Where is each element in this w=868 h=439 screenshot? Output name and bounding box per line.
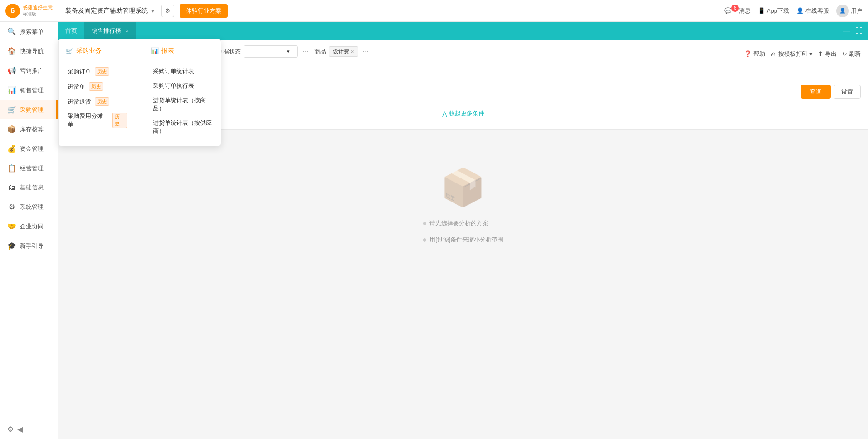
print-icon: 🖨 [770,50,776,57]
history-badge-return[interactable]: 历史 [95,97,109,106]
refresh-icon: ↻ [842,50,847,57]
notification-button[interactable]: 💬 6 消息 [724,7,751,15]
menu-item-inbound-by-supplier[interactable]: 进货单统计表（按供应商） [151,116,214,138]
sidebar-item-label: 采购管理 [20,106,44,114]
sidebar-item-basic-info[interactable]: 🗂 基础信息 [0,178,58,197]
handshake-icon: 🤝 [7,222,16,231]
menu-item-purchase-order[interactable]: 采购订单 历史 [66,64,129,79]
report-icon: 📊 [151,47,159,54]
doc-status-select[interactable]: ▾ [244,45,298,58]
sidebar-item-label: 营销推广 [20,67,44,75]
sidebar-item-inventory[interactable]: 📦 库存核算 [0,119,58,139]
toolbar-right: ❓ 帮助 🖨 按模板打印 ▾ ⬆ 导出 [744,50,861,58]
empty-state: 📦 ● 请先选择要分析的方案 ● 用[过滤]条件来缩小分析范围 [58,130,868,283]
message-icon: 💬 [724,7,731,14]
export-button[interactable]: ⬆ 导出 [818,50,837,58]
settings-gear-button[interactable]: ⚙ [161,5,174,17]
folder-icon: 🗂 [7,183,16,192]
app-download-button[interactable]: 📱 App下载 [758,7,789,15]
online-service-button[interactable]: 👤 在线客服 [796,7,829,15]
sidebar-item-label: 快捷导航 [20,47,44,55]
print-dropdown-icon[interactable]: ▾ [809,50,813,57]
logo-area: 6 畅捷通好生意 标准版 [5,4,63,18]
purchase-business-icon: 🛒 [66,47,73,54]
sidebar-item-label: 资金管理 [20,145,44,153]
sidebar-item-enterprise[interactable]: 🤝 企业协同 [0,217,58,236]
sidebar-settings-button[interactable]: ⚙ [7,425,14,434]
menu-item-expense[interactable]: 采购费用分摊单 历史 [66,109,129,132]
goods-more[interactable]: ··· [363,48,369,56]
purchase-business-title: 🛒 采购业务 [66,47,129,59]
sidebar: 🔍 搜索菜单 🏠 快捷导航 📢 营销推广 📊 销售管理 🛒 采购管理 📦 [0,22,58,439]
sidebar-item-label: 新手引导 [20,242,44,250]
sidebar-item-search[interactable]: 🔍 搜索菜单 [0,22,58,41]
megaphone-icon: 📢 [7,66,16,75]
set-button[interactable]: 设置 [834,85,861,99]
query-button[interactable]: 查询 [801,85,831,99]
sidebar-item-label: 企业协同 [20,222,44,231]
industry-button[interactable]: 体验行业方案 [180,4,228,18]
tab-sales-ranking[interactable]: 销售排行榜 × [84,22,136,40]
logo-text: 畅捷通好生意 [23,4,53,10]
sidebar-item-label: 系统管理 [20,203,44,211]
service-icon: 👤 [796,7,804,14]
purchase-report-title: 📊 报表 [151,47,214,59]
help-button[interactable]: ❓ 帮助 [744,50,765,58]
menu-divider [140,47,140,138]
user-menu-button[interactable]: 👤 用户 [836,5,863,17]
collapse-icon: ⋀ [442,110,447,117]
print-button[interactable]: 🖨 按模板打印 ▾ [770,50,813,58]
sidebar-item-finance[interactable]: 💰 资金管理 [0,139,58,158]
tab-home[interactable]: 首页 [58,22,84,40]
sidebar-item-label: 经营管理 [20,164,44,173]
sidebar-item-operations[interactable]: 📋 经营管理 [0,158,58,178]
sidebar-item-label: 基础信息 [20,183,44,192]
logo-text-area: 畅捷通好生意 标准版 [23,4,53,17]
sidebar-item-quick-nav[interactable]: 🏠 快捷导航 [0,41,58,61]
menu-item-inbound-by-goods[interactable]: 进货单统计表（按商品） [151,93,214,116]
chart-icon: 📊 [7,86,16,94]
doc-status-more[interactable]: ··· [302,48,308,56]
purchase-report-column: 📊 报表 采购订单统计表 采购订单执行表 进货单统计表（按商品） 进货单统计表（… [151,47,214,138]
window-maximize-button[interactable]: ⛶ [853,25,864,37]
export-icon: ⬆ [818,50,823,57]
refresh-button[interactable]: ↻ 刷新 [842,50,861,58]
user-avatar: 👤 [836,5,849,17]
history-badge-expense[interactable]: 历史 [112,113,127,128]
sidebar-item-sales[interactable]: 📊 销售管理 [0,80,58,100]
goods-label: 商品 [314,48,326,56]
gear-icon: ⚙ [7,202,16,211]
home-icon: 🏠 [7,47,16,55]
window-minimize-button[interactable]: — [841,25,852,37]
sidebar-item-label: 库存核算 [20,125,44,133]
system-dropdown-arrow[interactable]: ▾ [151,8,154,14]
system-title-text: 装备及固定资产辅助管理系统 [65,7,148,15]
menu-item-return[interactable]: 进货退货 历史 [66,94,129,109]
sidebar-item-guide[interactable]: 🎓 新手引导 [0,236,58,256]
sidebar-item-marketing[interactable]: 📢 营销推广 [0,61,58,80]
tab-bar: 首页 销售排行榜 × — ⛶ [58,22,868,40]
sidebar-bottom: ⚙ ◀ [0,419,58,439]
sidebar-item-purchase[interactable]: 🛒 采购管理 [0,100,58,119]
top-bar: 6 畅捷通好生意 标准版 装备及固定资产辅助管理系统 ▾ ⚙ 体验行业方案 💬 … [0,0,868,22]
menu-item-order-exec[interactable]: 采购订单执行表 [151,79,214,93]
sidebar-collapse-button[interactable]: ◀ [17,425,23,434]
menu-item-order-stats[interactable]: 采购订单统计表 [151,64,214,79]
goods-tag-close[interactable]: × [351,49,354,55]
chevron-down-icon: ▾ [287,48,290,55]
sidebar-item-system[interactable]: ⚙ 系统管理 [0,197,58,217]
menu-item-inbound[interactable]: 进货单 历史 [66,79,129,94]
system-title-area: 装备及固定资产辅助管理系统 ▾ ⚙ [65,5,174,17]
phone-icon: 📱 [758,7,765,14]
collapse-button[interactable]: ⋀ 收起更多条件 [442,106,484,121]
tab-close-icon[interactable]: × [126,28,129,34]
message-label: 消息 [739,7,751,15]
goods-tag: 设计费 × [329,46,358,57]
empty-hint-1: ● 请先选择要分析的方案 ● 用[过滤]条件来缩小分析范围 [423,216,504,247]
guide-icon: 🎓 [7,242,16,250]
history-badge-inbound[interactable]: 历史 [89,82,103,91]
box-icon: 📦 [7,125,16,133]
tab-window-controls: — ⛶ [841,25,868,37]
money-icon: 💰 [7,144,16,153]
history-badge-purchase-order[interactable]: 历史 [95,67,109,76]
